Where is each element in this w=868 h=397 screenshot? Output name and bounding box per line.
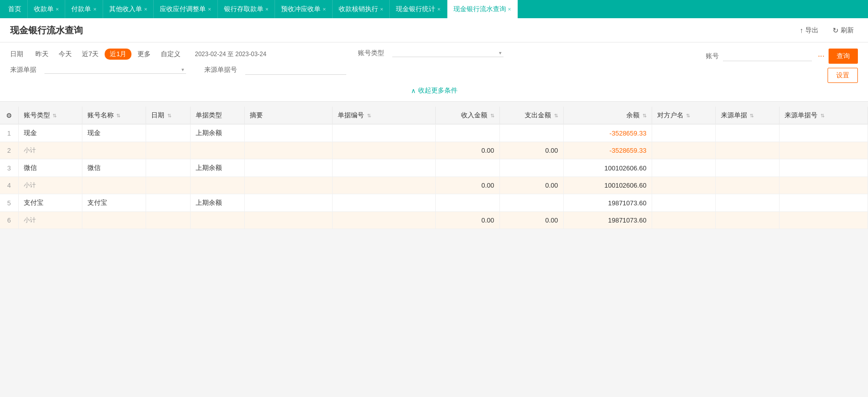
close-icon[interactable]: × <box>93 6 96 12</box>
th-source-doc-no[interactable]: 来源单据号 ⇅ <box>780 107 868 124</box>
cell-source-doc <box>715 194 779 212</box>
export-button[interactable]: ↑ 导出 <box>796 24 823 37</box>
cell-account-type: 微信 <box>18 159 82 177</box>
cell-income: 0.00 <box>436 142 499 159</box>
setting-button[interactable]: 设置 <box>828 68 858 83</box>
cell-date <box>146 124 190 142</box>
cell-doc-no <box>333 212 436 229</box>
cell-counterpart <box>652 177 715 194</box>
row-number: 5 <box>0 194 18 212</box>
cell-source-doc-no <box>780 159 868 177</box>
source-doc-select[interactable]: ▾ <box>44 66 186 74</box>
cell-expense: 0.00 <box>499 142 563 159</box>
row-number: 6 <box>0 212 18 229</box>
cell-date <box>146 177 190 194</box>
date-opt-more[interactable]: 更多 <box>133 49 155 60</box>
cell-date <box>146 194 190 212</box>
close-icon[interactable]: × <box>144 6 147 12</box>
nav-ar-ap-adjust[interactable]: 应收应付调整单 × <box>154 0 217 18</box>
close-icon[interactable]: × <box>56 6 59 12</box>
table-row[interactable]: 6小计0.000.0019871073.60 <box>0 212 868 229</box>
nav-cash-bank-flow[interactable]: 现金银行流水查询 × <box>447 0 518 18</box>
th-gear[interactable]: ⚙ <box>0 107 18 124</box>
sort-icon: ⇅ <box>167 113 171 118</box>
nav-receipt-exec[interactable]: 收款核销执行 × <box>333 0 390 18</box>
close-icon[interactable]: × <box>380 6 383 12</box>
nav-cash-bank-stat[interactable]: 现金银行统计 × <box>390 0 447 18</box>
cell-source-doc <box>715 124 779 142</box>
export-icon: ↑ <box>800 26 803 34</box>
cell-counterpart <box>652 142 715 159</box>
th-doc-type[interactable]: 单据类型 <box>191 107 244 124</box>
cell-balance: 19871073.60 <box>563 212 652 229</box>
cell-account-name <box>82 212 146 229</box>
cell-source-doc <box>715 142 779 159</box>
table-row[interactable]: 3微信微信上期余额100102606.60 <box>0 159 868 177</box>
close-icon[interactable]: × <box>208 6 211 12</box>
table-row[interactable]: 5支付宝支付宝上期余额19871073.60 <box>0 194 868 212</box>
nav-home[interactable]: 首页 <box>2 0 28 18</box>
date-opt-today[interactable]: 今天 <box>55 49 76 60</box>
close-icon[interactable]: × <box>265 6 268 12</box>
sort-icon: ⇅ <box>116 113 120 118</box>
th-income[interactable]: 收入金额 ⇅ <box>436 107 499 124</box>
th-doc-no[interactable]: 单据编号 ⇅ <box>333 107 436 124</box>
cell-doc-type: 上期余额 <box>191 124 244 142</box>
cell-account-name: 支付宝 <box>82 194 146 212</box>
th-account-type[interactable]: 账号类型 ⇅ <box>18 107 82 124</box>
refresh-button[interactable]: ↻ 刷新 <box>829 24 858 37</box>
cell-date <box>146 142 190 159</box>
collapse-icon: ∧ <box>411 87 416 95</box>
sort-icon: ⇅ <box>820 113 825 118</box>
cell-doc-type <box>191 177 244 194</box>
th-source-doc[interactable]: 来源单据 ⇅ <box>715 107 779 124</box>
table-row[interactable]: 1现金现金上期余额-3528659.33 <box>0 124 868 142</box>
cell-source-doc-no <box>780 124 868 142</box>
source-doc-no-input[interactable] <box>245 65 346 75</box>
date-opt-1month[interactable]: 近1月 <box>105 49 131 60</box>
th-account-name[interactable]: 账号名称 ⇅ <box>82 107 146 124</box>
close-icon[interactable]: × <box>508 6 511 12</box>
nav-advance-offset[interactable]: 预收冲应收单 × <box>275 0 332 18</box>
date-opt-custom[interactable]: 自定义 <box>157 49 185 60</box>
cell-balance: 19871073.60 <box>563 194 652 212</box>
nav-receipt[interactable]: 收款单 × <box>28 0 65 18</box>
collapse-bar[interactable]: ∧ 收起更多条件 <box>10 83 858 95</box>
sort-icon: ⇅ <box>686 113 690 118</box>
cell-source-doc <box>715 177 779 194</box>
filter-area: 日期 昨天 今天 近7天 近1月 更多 自定义 2023-02-24 至 202… <box>0 42 868 102</box>
refresh-icon: ↻ <box>833 26 839 34</box>
table-header-row: ⚙ 账号类型 ⇅ 账号名称 ⇅ 日期 ⇅ 单据类型 摘要 <box>0 107 868 124</box>
top-nav: 首页 收款单 × 付款单 × 其他收入单 × 应收应付调整单 × 银行存取款单 … <box>0 0 868 18</box>
cell-income: 0.00 <box>436 177 499 194</box>
th-date[interactable]: 日期 ⇅ <box>146 107 190 124</box>
th-expense[interactable]: 支出金额 ⇅ <box>499 107 563 124</box>
nav-bank-deposit[interactable]: 银行存取款单 × <box>218 0 275 18</box>
close-icon[interactable]: × <box>323 6 326 12</box>
cell-summary <box>244 212 333 229</box>
account-input[interactable] <box>723 51 812 61</box>
account-type-select[interactable]: ▾ <box>392 49 504 57</box>
cell-source-doc <box>715 212 779 229</box>
date-opt-yesterday[interactable]: 昨天 <box>31 49 53 60</box>
th-counterpart[interactable]: 对方户名 ⇅ <box>652 107 715 124</box>
date-opt-7days[interactable]: 近7天 <box>78 49 103 60</box>
cell-account-name <box>82 177 146 194</box>
cell-source-doc-no <box>780 194 868 212</box>
cell-account-type: 小计 <box>18 212 82 229</box>
th-summary[interactable]: 摘要 <box>244 107 333 124</box>
query-button[interactable]: 查询 <box>829 49 858 64</box>
cell-summary <box>244 177 333 194</box>
table-row[interactable]: 2小计0.000.00-3528659.33 <box>0 142 868 159</box>
th-balance[interactable]: 余额 ⇅ <box>563 107 652 124</box>
table-row[interactable]: 4小计0.000.00100102606.60 <box>0 177 868 194</box>
cell-account-type: 小计 <box>18 177 82 194</box>
close-icon[interactable]: × <box>437 6 440 12</box>
date-range: 2023-02-24 至 2023-03-24 <box>195 50 266 59</box>
nav-other-income[interactable]: 其他收入单 × <box>103 0 154 18</box>
cell-account-type: 支付宝 <box>18 194 82 212</box>
dots-icon[interactable]: ··· <box>818 52 825 61</box>
nav-payment[interactable]: 付款单 × <box>65 0 103 18</box>
cell-expense <box>499 159 563 177</box>
cell-source-doc-no <box>780 177 868 194</box>
